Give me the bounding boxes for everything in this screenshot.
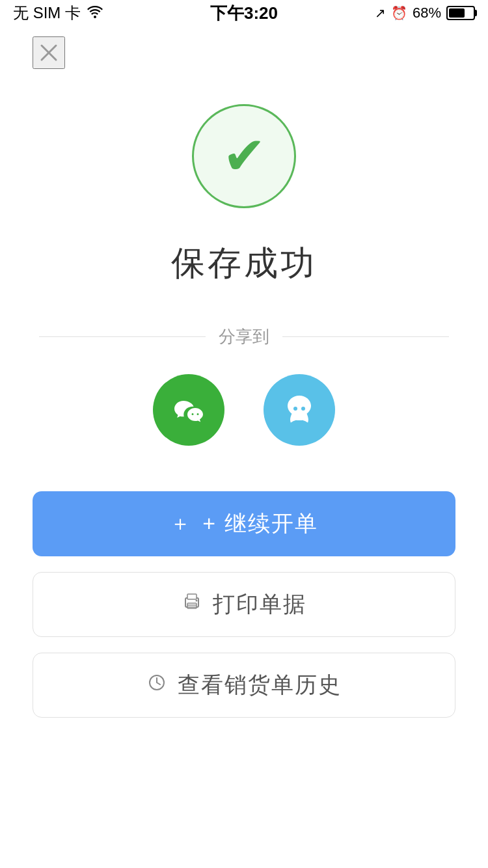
- svg-point-7: [196, 600, 198, 602]
- print-receipt-button[interactable]: 打印单据: [33, 572, 455, 637]
- close-button[interactable]: [33, 36, 65, 69]
- sim-text: 无 SIM 卡: [13, 3, 81, 23]
- alarm-icon: ⏰: [391, 5, 407, 21]
- print-receipt-label: 打印单据: [213, 590, 306, 619]
- action-buttons-section: ＋ + 继续开单 打印单据: [0, 491, 488, 718]
- success-title: 保存成功: [171, 241, 317, 286]
- status-bar: 无 SIM 卡 下午3:20 ↗ ⏰ 68%: [0, 0, 488, 26]
- share-label: 分享到: [206, 325, 282, 348]
- history-icon: [146, 672, 167, 698]
- status-right: ↗ ⏰ 68%: [375, 5, 475, 21]
- divider-right: [282, 336, 449, 337]
- continue-order-label: + 继续开单: [202, 509, 318, 539]
- plus-icon: ＋: [170, 509, 192, 538]
- divider-left: [39, 336, 206, 337]
- view-history-label: 查看销货单历史: [178, 670, 342, 700]
- success-circle: ✔: [192, 104, 296, 208]
- location-icon: ↗: [375, 5, 386, 21]
- printer-icon: [182, 591, 202, 617]
- continue-order-button[interactable]: ＋ + 继续开单: [33, 491, 455, 556]
- status-left: 无 SIM 卡: [13, 3, 104, 23]
- share-divider: 分享到: [0, 325, 488, 348]
- view-history-button[interactable]: 查看销货单历史: [33, 653, 455, 718]
- status-time: 下午3:20: [210, 2, 278, 25]
- battery-text: 68%: [413, 5, 441, 21]
- svg-rect-3: [187, 603, 197, 608]
- share-icons-row: [153, 374, 335, 446]
- check-icon: ✔: [223, 130, 266, 182]
- qq-share-button[interactable]: [264, 374, 335, 446]
- battery-indicator: [446, 6, 475, 20]
- main-content: ✔ 保存成功 分享到 ＋ + 继续开单: [0, 26, 488, 718]
- wifi-icon: [86, 4, 104, 22]
- wechat-share-button[interactable]: [153, 374, 224, 446]
- svg-rect-4: [187, 594, 197, 599]
